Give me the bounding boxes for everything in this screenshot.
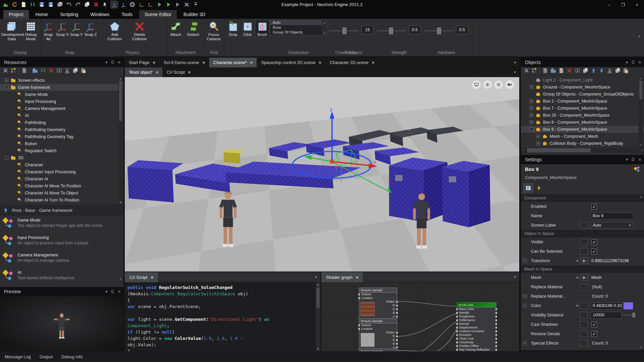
node-output-port[interactable]: RGBA: [359, 331, 397, 335]
tree-expander[interactable]: +: [530, 85, 533, 89]
node-output-port[interactable]: G: [359, 307, 397, 311]
navigate-up-icon[interactable]: [3, 208, 8, 213]
tools-button[interactable]: [3, 68, 8, 75]
node-input-port[interactable]: Roughness: [457, 315, 496, 318]
ribbon-collapse-button[interactable]: ∧: [638, 34, 641, 39]
objects-menu-icon[interactable]: ▾: [626, 58, 628, 67]
radius-slider[interactable]: [329, 29, 359, 33]
strength-value[interactable]: 0.5: [409, 25, 421, 34]
destination-option[interactable]: Auto: [270, 20, 327, 25]
tree-expander[interactable]: +: [536, 141, 540, 145]
camera-record-button[interactable]: [505, 80, 514, 89]
property-dropdown[interactable]: Auto▼: [591, 222, 634, 229]
node-input-port[interactable]: Normal: [457, 322, 496, 326]
resources-tree-item[interactable]: Character Input Processing: [0, 168, 123, 175]
node-input-port[interactable]: Anisotropy: [457, 341, 496, 344]
tab-close-icon[interactable]: ×: [203, 60, 205, 65]
move-down-button[interactable]: [599, 68, 604, 75]
breadcrumb-item[interactable]: Base: [25, 208, 35, 213]
new-star-button[interactable]: [558, 68, 564, 75]
objects-tree-item[interactable]: -Box 9 - Component_MeshInSpace: [521, 126, 644, 133]
tree-expander[interactable]: +: [536, 134, 540, 138]
resources-tree-item[interactable]: AI: [0, 112, 123, 119]
settings-properties-tab[interactable]: [524, 184, 533, 192]
objects-tree-item[interactable]: +Collision Body - Component_RigidBody: [521, 140, 644, 147]
property-textbox[interactable]: 0.4630196 0.33: [591, 302, 623, 309]
member-item[interactable]: Game ModeThe object to interact Player a…: [0, 217, 123, 234]
tree-expander[interactable]: +: [5, 78, 8, 82]
scene-viewport[interactable]: G7G8A5B8C2D4D5E7F3: [125, 77, 519, 272]
edit-button[interactable]: [21, 68, 27, 75]
new-resource-button[interactable]: [532, 68, 537, 75]
view-tab[interactable]: 'Root object'×: [125, 67, 163, 77]
click-button[interactable]: Click: [240, 20, 255, 37]
drop-button[interactable]: Drop: [226, 20, 240, 37]
focus-camera-button[interactable]: Focus Camera: [204, 20, 223, 41]
detach-button[interactable]: Detach: [184, 20, 202, 37]
statusbar-debug-info[interactable]: Debug Info: [61, 354, 83, 359]
resources-tree-item[interactable]: Input Processing: [0, 98, 123, 105]
destination-option[interactable]: Root: [270, 25, 327, 30]
minimize-button[interactable]: –: [602, 0, 616, 9]
close-button[interactable]: ×: [630, 0, 644, 9]
document-tab[interactable]: Character 2D.scene×: [326, 58, 379, 67]
tab-close-icon[interactable]: ×: [153, 60, 155, 65]
tree-expander[interactable]: -: [530, 127, 533, 131]
tree-expander[interactable]: -: [5, 156, 8, 160]
row-expander[interactable]: +: [523, 304, 527, 308]
debug-mode-button[interactable]: Debug Mode: [22, 20, 40, 41]
node-output-port[interactable]: R: [359, 304, 397, 307]
objects-tree-item[interactable]: Group Of Objects - Component_GroupOfObje…: [521, 90, 644, 98]
code-editor[interactable]: public void RegulatorSwitch_ValueChanged…: [125, 282, 320, 351]
shader-tab-close-icon[interactable]: ×: [356, 275, 359, 280]
expand-value-button[interactable]: ▶: [580, 257, 589, 264]
radius-slider-thumb[interactable]: [342, 27, 346, 34]
member-item[interactable]: AITask-based artificial intelligence.: [0, 269, 123, 287]
code-scrollbar[interactable]: ▲▼: [316, 282, 320, 351]
destination-option[interactable]: Group Of Objects: [270, 30, 327, 35]
destination-scrollbar[interactable]: ∧∨: [322, 20, 327, 35]
default-value-box[interactable]: [580, 340, 588, 347]
snap-all-button[interactable]: Snap All: [41, 20, 55, 41]
brightness-button[interactable]: [483, 80, 492, 89]
view-tab[interactable]: C# Script×: [163, 67, 195, 77]
node-input-port[interactable]: Texture: [359, 323, 397, 327]
tab-close-icon[interactable]: ×: [372, 60, 375, 65]
settings-scrollbar[interactable]: ∧∨: [639, 194, 643, 350]
member-item[interactable]: Camera ManagementAn object to manage cam…: [0, 252, 123, 269]
node-input-port[interactable]: Ray Tracing Reflection: [457, 348, 496, 351]
resources-tree-item[interactable]: +Screen effects: [0, 77, 123, 84]
snap-z-button[interactable]: Snap Z: [84, 20, 98, 37]
tree-expander[interactable]: -: [5, 85, 8, 89]
open-button[interactable]: [32, 68, 38, 75]
default-value-box[interactable]: [580, 222, 588, 229]
node-input-port[interactable]: Position Offset: [457, 344, 496, 348]
shader-graph-canvas[interactable]: Texture SampleTextureLocationRGBARGBATex…: [321, 282, 519, 351]
tab-close-icon[interactable]: ×: [156, 70, 159, 75]
resources-tree-item[interactable]: Camera Management: [0, 105, 123, 112]
radius-value[interactable]: 15: [361, 25, 374, 34]
paste-button[interactable]: [623, 68, 629, 75]
import-button[interactable]: [40, 68, 46, 75]
tree-expander[interactable]: +: [530, 120, 533, 124]
ribbon-tab-home[interactable]: Home: [30, 10, 53, 19]
objects-tree-scrollbar[interactable]: ∧∨: [639, 77, 643, 146]
tab-list-menu-icon[interactable]: ▾: [514, 70, 519, 74]
expand-value-button[interactable]: ▶: [580, 274, 589, 281]
node-input-port[interactable]: Reflectance: [457, 318, 496, 322]
node-output-port[interactable]: R: [359, 335, 397, 338]
display-mode-button[interactable]: [472, 80, 481, 89]
csharp-tab[interactable]: C# Script×: [125, 272, 158, 282]
objects-tree-item[interactable]: +Box 8 - Component_MeshInSpace: [521, 119, 644, 126]
copy-button[interactable]: [615, 68, 621, 75]
node-input-port[interactable]: Ambient Occlusion: [457, 329, 496, 333]
cut-button[interactable]: [607, 68, 612, 75]
csharp-tab-close-icon[interactable]: ×: [151, 275, 153, 280]
resources-tree-item[interactable]: Character AI Turn To Position: [0, 196, 123, 203]
objects-tree-item[interactable]: +Box 2 - Component_MeshInSpace: [521, 98, 644, 105]
duplicate-button[interactable]: [583, 68, 588, 75]
ribbon-tab-scene-editor[interactable]: Scene Editor: [139, 10, 177, 19]
hardness-slider-thumb[interactable]: [437, 27, 441, 34]
tree-expander[interactable]: +: [530, 106, 533, 110]
resources-close-icon[interactable]: ×: [118, 58, 121, 67]
